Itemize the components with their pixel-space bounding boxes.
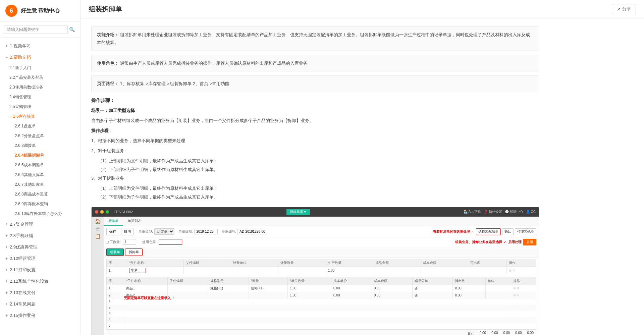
sidebar-item-label: 2.6.7其他出库单 — [15, 182, 44, 187]
sim-user-icon: 👤 CC — [526, 210, 536, 214]
sidebar-item-label: 2.6.2分量盘点单 — [15, 133, 44, 139]
sim-date-input[interactable] — [194, 229, 218, 234]
sidebar-item-sales[interactable]: 2.4销售管理 — [0, 92, 80, 102]
step3-1: （1）上部明细为父件明细，最终作为原材料生成其它出库单； — [91, 184, 539, 193]
sim-menu-icon[interactable]: ☰ — [96, 226, 100, 231]
sidebar-item-help-docs[interactable]: − 2.帮助文档 — [0, 52, 80, 63]
sim-child-split-1: 0.00 — [453, 285, 486, 292]
sim-disassembly-tab[interactable]: 拆卸单 — [125, 248, 143, 256]
sim-child-empty-6 — [124, 317, 511, 323]
sidebar-item-inventory-check[interactable]: 2.6.9库存账本查询 — [0, 199, 80, 209]
sim-child-seq-6: 6 — [107, 317, 124, 323]
sim-annotation2-text: 组装业务、拆卸业务在这里选择 — [455, 240, 502, 244]
sidebar-item-new-user[interactable]: 2.1新手入门 — [0, 63, 80, 73]
sidebar-item-print[interactable]: + 2.11打印设置 — [0, 264, 80, 276]
sim-ch-ops: 操作 — [511, 277, 536, 285]
sim-th-6: 成品金额 — [373, 259, 421, 267]
sidebar-item-data-prep[interactable]: 2.3使用前数据准备 — [0, 82, 80, 92]
sidebar-item-faq[interactable]: + 2.14常见问题 — [0, 298, 80, 310]
sim-annotation3-text: 启用处理 — [508, 240, 522, 244]
step3-2: （2）下部明细为子件明细，最终作为产成品生成其它入库单。 — [91, 193, 539, 202]
sim-child-price-1: 0.00 — [331, 285, 372, 292]
sim-total-label: 合计 — [468, 331, 474, 335]
sidebar-item-stocktake[interactable]: 2.6.1盘点单 — [0, 121, 80, 131]
collapse-icon: − — [5, 55, 8, 60]
sim-child-copy-2[interactable]: ⊕ — [513, 293, 516, 297]
expand-icon: + — [5, 44, 8, 48]
sim-row-copy-icon[interactable]: ⊕ — [509, 269, 512, 272]
sidebar-item-online-pay[interactable]: + 2.13在线支付 — [0, 287, 80, 298]
sidebar-item-cases[interactable]: + 2.15操作案例 — [0, 310, 80, 321]
sim-bom-select-btn[interactable]: 选择装配清单 — [476, 228, 501, 235]
sim-home-icon[interactable]: 🏠 — [95, 219, 101, 224]
sim-child-del-2[interactable]: ✕ — [517, 293, 519, 297]
intro-block: 功能介绍： 组装拆卸单用来处理企业组装或拆卸等加工业务，支持有固定装配清单的产品… — [91, 26, 539, 51]
sidebar-item-transfer[interactable]: 2.6.3调拨单 — [0, 141, 80, 151]
sim-top-table-section: 序 *父件名称 父件编码 计量单位 计量数量 生产数量 成品金额 成本金额 — [104, 258, 539, 276]
sidebar-item-label: 2.6.1盘点单 — [15, 123, 36, 129]
share-button[interactable]: ↗ 分享 — [612, 4, 636, 14]
sim-arrow1: ← — [471, 230, 475, 233]
table-row: 6 — [107, 317, 536, 323]
sim-child-ops-5 — [511, 311, 536, 317]
logo-area: 6 好生意 帮助中心 — [0, 0, 80, 22]
sim-th-5: 生产数量 — [326, 259, 373, 267]
sidebar-item-mobile[interactable]: + 2.8手机旺铺 — [0, 230, 80, 241]
sim-list-icon[interactable]: 📋 — [95, 233, 101, 239]
sim-confirm-btn[interactable]: 确认 — [502, 228, 514, 235]
sidebar-item-customize[interactable]: + 2.12系统个性化设置 — [0, 276, 80, 287]
sim-row-del-icon[interactable]: ✕ — [513, 269, 515, 272]
sim-td-name — [127, 267, 183, 274]
sidebar-item-assembly[interactable]: 2.6.4组装拆卸单 — [0, 151, 80, 160]
sim-tab-list[interactable]: 单据列表 — [123, 217, 146, 226]
sidebar-item-cost-recalc[interactable]: 2.6.8商品成本重算 — [0, 189, 80, 199]
search-input[interactable] — [4, 25, 68, 34]
sim-child-gift-2: 否 — [412, 292, 453, 299]
sidebar-item-other-in[interactable]: 2.6.6其他入库单 — [0, 170, 80, 180]
expand-icon: + — [5, 268, 8, 272]
sim-child-copy-1[interactable]: ⊕ — [513, 286, 516, 290]
sim-tab-new[interactable]: 新建单 — [104, 217, 123, 226]
sim-assembly-tab[interactable]: 组装单 — [106, 248, 124, 256]
sidebar-item-operation[interactable]: + 2.10经营管理 — [0, 253, 80, 264]
sidebar-item-inventory-error[interactable]: 2.6.10库存账本错了怎么办 — [0, 209, 80, 219]
sim-close-dot — [95, 210, 98, 214]
sim-side-icons: 🏠 ☰ 📋 — [92, 217, 104, 335]
sidebar: 6 好生意 帮助中心 🔍 + 1.视频学习 − 2.帮助文档 2.1新手入门 2… — [0, 0, 80, 335]
sidebar-item-other-out[interactable]: 2.6.7其他出库单 — [0, 180, 80, 189]
search-button[interactable]: 🔍 — [68, 27, 76, 32]
sidebar-item-cost-adjust[interactable]: 2.6.5成本调整单 — [0, 160, 80, 170]
sim-type-select[interactable]: 组装单 — [154, 228, 174, 235]
sim-qty-input[interactable] — [123, 239, 136, 245]
table-row: 1 1.00 — [107, 267, 536, 274]
sidebar-item-label: 2.6.4组装拆卸单 — [15, 153, 44, 158]
sim-child-del-1[interactable]: ✕ — [517, 286, 519, 290]
sidebar-item-partial-stocktake[interactable]: 2.6.2分量盘点单 — [0, 131, 80, 141]
sidebar-item-inventory[interactable]: − 2.6库存核算 — [0, 112, 80, 121]
sidebar-item-label: 2.3使用前数据准备 — [9, 85, 43, 90]
sim-child-empty-3 — [124, 299, 511, 305]
sim-type-tabs-row: 组装单 拆卸单 — [104, 247, 539, 258]
sim-app-title: TEST-H002 — [114, 210, 133, 214]
sidebar-item-video[interactable]: + 1.视频学习 — [0, 40, 80, 52]
sidebar-item-cash[interactable]: + 2.7资金管理 — [0, 219, 80, 230]
sidebar-item-purchase[interactable]: 2.5采购管理 — [0, 102, 80, 112]
sim-cancel-btn[interactable]: 取消 — [121, 228, 134, 235]
sim-annotation1-text: 有装配清单的在这里处理 — [433, 229, 470, 234]
sim-parent-name-input[interactable] — [129, 268, 146, 273]
sim-new-bill-btn[interactable]: 新建单据▼ — [286, 209, 310, 215]
sim-th-0: 序 — [107, 259, 127, 267]
sim-print-btn[interactable]: 打印其他单 — [515, 228, 536, 235]
sidebar-item-install[interactable]: 2.2产品安装及登录 — [0, 73, 80, 82]
sim-app-icon: 🏪 App下载 — [464, 210, 481, 214]
sim-warehouse-input[interactable] — [159, 239, 182, 245]
sim-no-input[interactable] — [237, 229, 267, 234]
sidebar-nav: + 1.视频学习 − 2.帮助文档 2.1新手入门 2.2产品安装及登录 2.3… — [0, 38, 80, 335]
sim-enable-btn[interactable]: 启用 — [523, 239, 536, 245]
sim-save-btn[interactable]: 保存 — [106, 228, 119, 235]
sim-td-seq: 1 — [107, 267, 127, 274]
sim-ch-1: *子件名称 — [124, 277, 168, 285]
sim-td-avail — [468, 267, 507, 274]
sidebar-item-coupon[interactable]: + 2.9优惠券管理 — [0, 241, 80, 253]
sim-titlebar: TEST-H002 新建单据▼ 🏪 App下载 ❓ 初始设置 💬 帮助中心 👤 … — [92, 207, 539, 217]
